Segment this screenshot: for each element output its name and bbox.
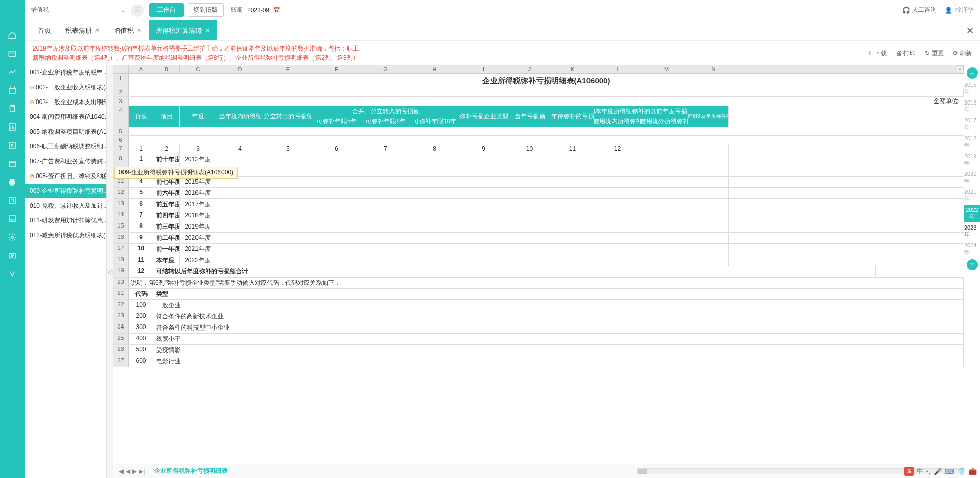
- nav-chart-icon[interactable]: [0, 63, 24, 81]
- chevron-down-icon: ⌄: [120, 7, 126, 14]
- ime-bar: S 中 •, 🎤 ⌨ 👕 🧰: [904, 467, 977, 476]
- company-name: 增值税: [31, 6, 49, 14]
- header-row: 4 行次 项目 年度 当年境内所得额 分立转出的亏损额 合并、分立转入的亏损额 …: [113, 106, 964, 127]
- headset-icon: 🎧: [902, 7, 910, 14]
- switch-old-button[interactable]: 切到旧版: [188, 3, 224, 17]
- nav-clipboard-icon[interactable]: [0, 99, 24, 118]
- ime-toolbox-icon[interactable]: 🧰: [969, 468, 977, 475]
- year-item[interactable]: 2016年: [964, 97, 980, 115]
- nav-text-icon[interactable]: T: [0, 136, 24, 155]
- tab[interactable]: 税表清册✕: [58, 20, 107, 40]
- tab-bar: 首页税表清册✕增值税✕所得税汇算清缴✕ ✕: [24, 20, 980, 41]
- sheet-row: 158前三年度2019年度: [113, 221, 964, 233]
- form-list-item[interactable]: 004-期间费用明细表(A1040...: [24, 110, 106, 124]
- consult-link[interactable]: 🎧 人工咨询: [902, 6, 937, 14]
- close-icon[interactable]: ✕: [137, 27, 141, 34]
- sheet-next[interactable]: ▶: [132, 468, 137, 475]
- form-list-item[interactable]: ⊘002-一般企业收入明细表(A...: [24, 80, 106, 95]
- year-scroll-up[interactable]: ︽: [967, 67, 978, 79]
- year-item[interactable]: 2019年: [964, 151, 980, 169]
- avatar-icon: 👤: [945, 7, 952, 14]
- sheet-row: 1710前一年度2021年度: [113, 244, 964, 255]
- svg-rect-10: [9, 161, 15, 167]
- expand-handle[interactable]: »: [957, 65, 964, 72]
- topbar: 增值税 ⌄ ☰ 工作台 切到旧版 账期 2023-09 📅 🎧 人工咨询 👤 徐…: [24, 0, 980, 20]
- workbench-button[interactable]: 工作台: [149, 3, 184, 17]
- sheet-row: 22100一般企业: [113, 300, 964, 311]
- nav-home-icon[interactable]: [0, 26, 24, 44]
- sheet-tab[interactable]: 企业所得税弥补亏损明细表: [149, 467, 233, 475]
- period-value[interactable]: 2023-09: [247, 7, 270, 14]
- sheet-row: 147前四年度2018年度: [113, 210, 964, 221]
- warning-icon: ⊘: [30, 84, 34, 91]
- sheet-prev[interactable]: ◀: [126, 468, 130, 475]
- close-icon[interactable]: ✕: [95, 27, 100, 34]
- download-button[interactable]: ⇩ 下载: [868, 49, 887, 58]
- form-list-item[interactable]: 009-企业所得税弥补亏损明...: [24, 184, 106, 198]
- form-list-item[interactable]: 010-免税、减计收入及加计...: [24, 198, 106, 213]
- user-menu[interactable]: 👤 徐泽华: [945, 6, 974, 14]
- left-nav: T: [0, 0, 24, 478]
- tab[interactable]: 增值税✕: [107, 20, 149, 40]
- reset-button[interactable]: ↻ 重置: [925, 49, 944, 58]
- company-dropdown[interactable]: 增值税 ⌄: [31, 6, 126, 14]
- form-list-item[interactable]: ⊘003-一般企业成本支出明细...: [24, 95, 106, 110]
- warning-icon: ⊘: [30, 173, 34, 180]
- ime-mic-icon[interactable]: 🎤: [934, 468, 942, 475]
- year-item[interactable]: 2017年: [964, 115, 980, 133]
- ime-skin-icon[interactable]: 👕: [958, 468, 966, 475]
- sheet-row: 7123456789101112: [113, 144, 964, 154]
- sheet-row: 25400线宽小于: [113, 334, 964, 345]
- nav-inbox-icon[interactable]: [0, 210, 24, 228]
- sheet-row: 81前十年度2012年度: [113, 154, 964, 165]
- form-list-item[interactable]: 012-减免所得税优惠明细表(...: [24, 228, 106, 243]
- form-list-item[interactable]: ⊘008-资产折旧、摊销及纳税...: [24, 169, 106, 184]
- form-list-item[interactable]: 001-企业所得税年度纳税申...: [24, 65, 106, 80]
- svg-rect-12: [9, 197, 15, 204]
- refresh-button[interactable]: ⟳ 刷新: [953, 49, 972, 58]
- form-list-item[interactable]: 011-研发费用加计扣除优惠...: [24, 213, 106, 228]
- ime-keyboard-icon[interactable]: ⌨: [945, 468, 954, 475]
- sheet-row: 20说明：第6列"弥补亏损企业类型"需要手动输入对应代码，代码对应关系如下：: [113, 278, 964, 289]
- nav-bag-icon[interactable]: [0, 81, 24, 99]
- year-item[interactable]: 2021年: [964, 187, 980, 205]
- sheet-last[interactable]: ▶|: [139, 468, 145, 475]
- nav-gear-icon[interactable]: [0, 228, 24, 246]
- ime-mode[interactable]: 中: [917, 467, 923, 476]
- nav-report-icon[interactable]: [0, 118, 24, 136]
- calendar-icon[interactable]: 📅: [273, 7, 280, 14]
- year-item[interactable]: 2018年: [964, 133, 980, 151]
- form-list-item[interactable]: 006-职工薪酬纳税调整明细...: [24, 139, 106, 154]
- nav-calendar-icon[interactable]: [0, 155, 24, 173]
- nav-transfer-icon[interactable]: [0, 191, 24, 210]
- tab[interactable]: 首页: [31, 20, 58, 40]
- form-list: 001-企业所得税年度纳税申...⊘002-一般企业收入明细表(A...⊘003…: [24, 65, 106, 478]
- warning-banner: 2019年度涉及取以前年度结转数据的申报表单元格需要手工维护正确，才能保证本年及…: [33, 44, 364, 62]
- column-headers: A B C D E F G H I J K L M N: [113, 65, 964, 74]
- year-item[interactable]: 2022年: [964, 205, 980, 222]
- unit-label: 金额单位:: [129, 97, 964, 106]
- nav-card-icon[interactable]: [0, 44, 24, 63]
- sheet-first[interactable]: |◀: [117, 468, 124, 475]
- year-item[interactable]: 2020年: [964, 169, 980, 187]
- nav-video-icon[interactable]: [0, 246, 24, 265]
- tab[interactable]: 所得税汇算清缴✕: [149, 20, 217, 40]
- list-button[interactable]: ☰: [131, 4, 144, 17]
- year-scroll-down[interactable]: ︾: [967, 259, 978, 270]
- sheet-row: 3金额单位:: [113, 97, 964, 106]
- form-list-item[interactable]: 007-广告费和业务宣传费跨...: [24, 154, 106, 169]
- sheet-row: 21代码类型: [113, 289, 964, 300]
- nav-v-icon[interactable]: [0, 265, 24, 283]
- year-item[interactable]: 2023年: [964, 222, 980, 240]
- print-button[interactable]: 🖨 打印: [896, 49, 916, 58]
- close-icon[interactable]: ✕: [205, 27, 210, 34]
- period-label: 账期: [231, 6, 243, 14]
- collapse-sidebar[interactable]: ◁: [106, 65, 113, 478]
- year-item[interactable]: 2015年: [964, 80, 980, 97]
- ime-punct-icon[interactable]: •,: [926, 468, 930, 475]
- year-item[interactable]: 2024年: [964, 240, 980, 258]
- form-list-item[interactable]: 005-纳税调整项目明细表(A1...: [24, 124, 106, 139]
- ime-logo-icon[interactable]: S: [904, 467, 914, 476]
- close-all-tabs[interactable]: ✕: [966, 25, 974, 36]
- nav-print-icon[interactable]: [0, 173, 24, 191]
